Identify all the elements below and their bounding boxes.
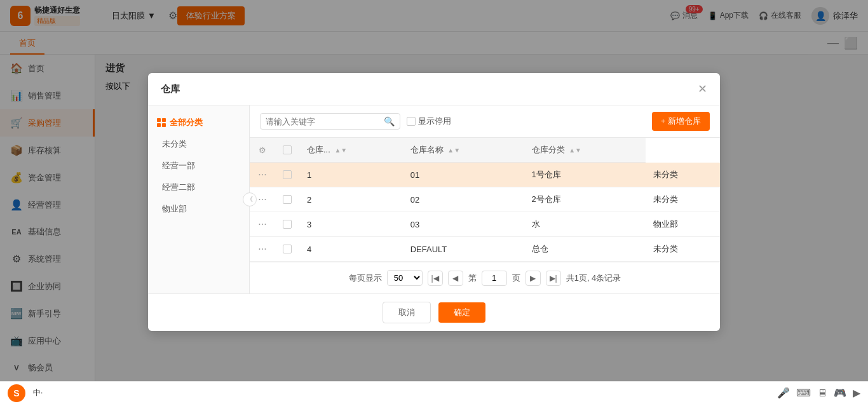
table-row[interactable]: ··· 1 01 1号仓库 未分类 — [250, 163, 720, 187]
row-code: DEFAULT — [403, 237, 524, 262]
row-checkbox-cell — [275, 237, 299, 262]
modal-content-area: 🔍 显示停用 + 新增仓库 ⚙ — [250, 105, 720, 293]
modal-overlay: 仓库 ✕ 全部分类 《 未分类 经营一部 经营二部 物业部 — [0, 0, 868, 404]
col-header-name: 仓库名称 ▲▼ — [403, 138, 524, 163]
modal-pagination: 每页显示 50 20 100 |◀ ◀ 第 页 ▶ ▶| 共1页, 4条记录 — [250, 262, 720, 293]
category-item-ops2[interactable]: 经营二部 — [148, 177, 249, 198]
row-more-btn[interactable]: ··· — [250, 163, 275, 187]
warehouse-table: ⚙ 仓库... ▲▼ 仓库名称 ▲▼ — [250, 138, 720, 262]
play-icon[interactable]: ▶ — [853, 387, 860, 399]
modal-search-area: 🔍 显示停用 — [260, 113, 451, 130]
table-row[interactable]: ··· 2 02 2号仓库 未分类 — [250, 187, 720, 212]
keyboard-icon[interactable]: ⌨ — [796, 387, 811, 399]
table-row[interactable]: ··· 3 03 水 物业部 — [250, 212, 720, 237]
row-more-btn[interactable]: ··· — [250, 212, 275, 237]
modal-toolbar: 🔍 显示停用 + 新增仓库 — [250, 105, 720, 138]
select-all-checkbox[interactable] — [283, 145, 292, 154]
bottom-right: 🎤 ⌨ 🖥 🎮 ▶ — [777, 387, 860, 399]
modal-close-button[interactable]: ✕ — [698, 82, 707, 96]
modal-header: 仓库 ✕ — [148, 73, 720, 105]
page-suffix: 页 — [512, 273, 520, 284]
next-page-button[interactable]: ▶ — [526, 271, 541, 286]
row-more-btn[interactable]: ··· — [250, 237, 275, 262]
search-input-wrap: 🔍 — [260, 113, 400, 130]
category-item-ops1[interactable]: 经营一部 — [148, 155, 249, 177]
sort-name-icon[interactable]: ▲▼ — [447, 147, 460, 154]
row-name: 总仓 — [524, 237, 646, 262]
col-header-code: 仓库... ▲▼ — [299, 138, 403, 163]
row-index: 2 — [299, 187, 403, 212]
row-category: 物业部 — [646, 212, 720, 237]
bottom-text: 中· — [33, 387, 43, 398]
modal-footer: 取消 确定 — [148, 293, 720, 331]
add-warehouse-button[interactable]: + 新增仓库 — [652, 112, 710, 131]
page-label: 第 — [468, 273, 477, 284]
modal-body: 全部分类 《 未分类 经营一部 经营二部 物业部 🔍 — [148, 105, 720, 293]
table-row[interactable]: ··· 4 DEFAULT 总仓 未分类 — [250, 237, 720, 262]
modal-category-sidebar: 全部分类 《 未分类 经营一部 经营二部 物业部 — [148, 105, 250, 293]
row-index: 3 — [299, 212, 403, 237]
first-page-button[interactable]: |◀ — [428, 271, 443, 286]
prev-page-button[interactable]: ◀ — [448, 271, 463, 286]
row-name: 2号仓库 — [524, 187, 646, 212]
pagination-total-info: 共1页, 4条记录 — [566, 273, 621, 284]
row-index: 1 — [299, 163, 403, 187]
row-code: 03 — [403, 212, 524, 237]
col-header-category: 仓库分类 ▲▼ — [524, 138, 646, 163]
row-category: 未分类 — [646, 237, 720, 262]
per-page-select[interactable]: 50 20 100 — [387, 270, 423, 286]
modal-title: 仓库 — [161, 83, 180, 95]
page-number-input[interactable] — [482, 271, 507, 286]
search-icon[interactable]: 🔍 — [384, 116, 395, 126]
row-checkbox[interactable] — [283, 170, 292, 179]
row-code: 01 — [403, 163, 524, 187]
row-checkbox[interactable] — [283, 220, 292, 229]
gamepad-icon[interactable]: 🎮 — [834, 387, 846, 399]
row-index: 4 — [299, 237, 403, 262]
row-checkbox-cell — [275, 212, 299, 237]
row-checkbox[interactable] — [283, 195, 292, 204]
sort-code-icon[interactable]: ▲▼ — [334, 147, 347, 154]
row-category: 未分类 — [646, 163, 720, 187]
s-logo: S — [8, 384, 25, 402]
cancel-button[interactable]: 取消 — [383, 302, 431, 323]
category-grid-icon — [157, 118, 166, 127]
search-input[interactable] — [266, 117, 380, 126]
warehouse-modal: 仓库 ✕ 全部分类 《 未分类 经营一部 经营二部 物业部 — [148, 73, 720, 331]
show-disabled-checkbox[interactable] — [407, 117, 416, 126]
bottom-bar: S 中· 🎤 ⌨ 🖥 🎮 ▶ — [0, 381, 868, 404]
category-item-property[interactable]: 物业部 — [148, 198, 249, 220]
row-category: 未分类 — [646, 187, 720, 212]
bottom-icons: S 中· — [8, 384, 43, 402]
row-code: 02 — [403, 187, 524, 212]
mic-icon[interactable]: 🎤 — [777, 387, 790, 399]
row-checkbox-cell — [275, 163, 299, 187]
warehouse-table-wrap: ⚙ 仓库... ▲▼ 仓库名称 ▲▼ — [250, 138, 720, 262]
row-checkbox-cell — [275, 187, 299, 212]
col-header-gear: ⚙ — [250, 138, 275, 163]
sidebar-collapse-button[interactable]: 《 — [243, 192, 257, 206]
row-name: 水 — [524, 212, 646, 237]
col-header-checkbox — [275, 138, 299, 163]
sort-category-icon[interactable]: ▲▼ — [569, 147, 581, 154]
confirm-button[interactable]: 确定 — [438, 302, 485, 323]
show-disabled-label[interactable]: 显示停用 — [407, 116, 451, 127]
display-icon[interactable]: 🖥 — [817, 387, 827, 399]
row-checkbox[interactable] — [283, 245, 292, 253]
last-page-button[interactable]: ▶| — [546, 271, 561, 286]
row-name: 1号仓库 — [524, 163, 646, 187]
all-categories-button[interactable]: 全部分类 — [148, 112, 249, 133]
category-item-unclassified[interactable]: 未分类 — [148, 133, 249, 155]
per-page-label: 每页显示 — [349, 273, 382, 284]
